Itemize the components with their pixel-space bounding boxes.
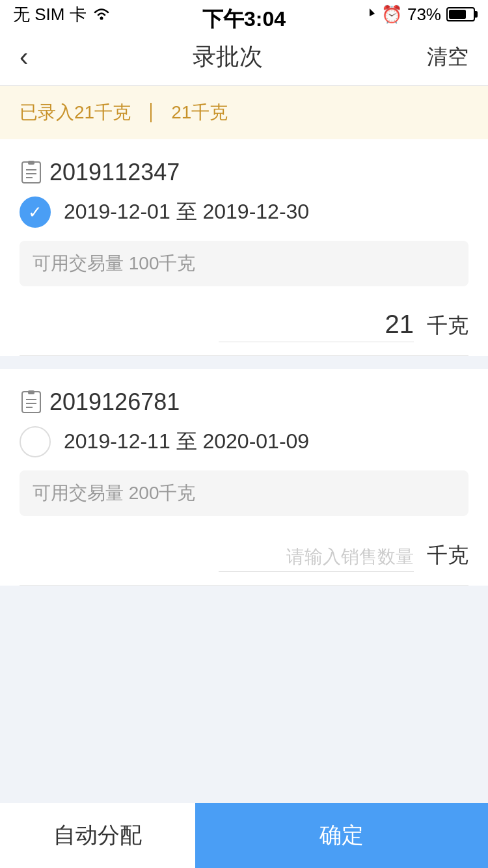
summary-label: 已录入21千克 bbox=[20, 100, 131, 125]
alarm-icon: ⏰ bbox=[381, 5, 402, 25]
batch-availability-text-2: 可用交易量 200千克 bbox=[33, 483, 196, 503]
batch-icon-2 bbox=[20, 390, 43, 414]
batch-number-1: 2019112347 bbox=[49, 159, 180, 186]
batch-date-1: 2019-12-01 至 2019-12-30 bbox=[64, 198, 309, 226]
nav-bar: ‹ 录批次 清空 bbox=[0, 29, 488, 86]
carrier-text: 无 SIM 卡 bbox=[13, 3, 87, 26]
svg-rect-7 bbox=[28, 390, 34, 394]
batch-checkbox-1[interactable] bbox=[20, 197, 51, 228]
batch-header-2: 2019126781 bbox=[20, 388, 468, 416]
batch-availability-text-1: 可用交易量 100千克 bbox=[33, 253, 196, 273]
svg-rect-6 bbox=[22, 392, 40, 413]
batch-input-row-2: 千克 bbox=[20, 529, 468, 586]
battery-icon bbox=[446, 7, 475, 21]
batch-availability-1: 可用交易量 100千克 bbox=[20, 241, 468, 286]
batch-input-1[interactable] bbox=[284, 310, 414, 339]
input-wrapper-2 bbox=[20, 539, 414, 572]
batch-input-2[interactable] bbox=[284, 539, 414, 569]
svg-rect-2 bbox=[28, 161, 34, 165]
batch-card-1: 2019112347 2019-12-01 至 2019-12-30 可用交易量… bbox=[0, 139, 488, 356]
page-title: 录批次 bbox=[193, 41, 263, 73]
summary-divider bbox=[150, 103, 152, 122]
wifi-icon bbox=[92, 5, 111, 25]
batch-unit-1: 千克 bbox=[427, 312, 468, 340]
batch-checkbox-2[interactable] bbox=[20, 426, 51, 457]
svg-point-0 bbox=[100, 16, 103, 20]
back-button[interactable]: ‹ bbox=[20, 42, 28, 72]
battery-text: 73% bbox=[407, 5, 441, 25]
batch-date-2: 2019-12-11 至 2020-01-09 bbox=[64, 427, 309, 456]
batch-row-1: 2019-12-01 至 2019-12-30 bbox=[20, 197, 468, 228]
clear-button[interactable]: 清空 bbox=[427, 43, 468, 72]
section-divider bbox=[0, 356, 488, 369]
batch-availability-2: 可用交易量 200千克 bbox=[20, 470, 468, 516]
svg-rect-1 bbox=[22, 162, 40, 183]
status-right: ⏰ 73% bbox=[363, 5, 475, 25]
input-wrapper-1 bbox=[20, 310, 414, 342]
input-underline-1 bbox=[219, 342, 414, 342]
batch-unit-2: 千克 bbox=[427, 541, 468, 570]
batch-icon-1 bbox=[20, 161, 43, 184]
status-left: 无 SIM 卡 bbox=[13, 3, 111, 26]
summary-bar: 已录入21千克 21千克 bbox=[0, 86, 488, 139]
batch-number-2: 2019126781 bbox=[49, 388, 180, 416]
time-display: 下午3:04 bbox=[202, 5, 286, 34]
batch-input-row-1: 千克 bbox=[20, 299, 468, 356]
batch-card-2: 2019126781 2019-12-11 至 2020-01-09 可用交易量… bbox=[0, 369, 488, 586]
batch-header-1: 2019112347 bbox=[20, 159, 468, 186]
confirm-button[interactable]: 确定 bbox=[195, 803, 488, 868]
status-bar: 无 SIM 卡 下午3:04 ⏰ 73% bbox=[0, 0, 488, 29]
bottom-bar: 自动分配 确定 bbox=[0, 803, 488, 868]
auto-distribute-button[interactable]: 自动分配 bbox=[0, 803, 195, 868]
input-underline-2 bbox=[219, 571, 414, 572]
batch-row-2: 2019-12-11 至 2020-01-09 bbox=[20, 426, 468, 457]
summary-value: 21千克 bbox=[171, 100, 228, 125]
location-icon bbox=[363, 5, 376, 25]
